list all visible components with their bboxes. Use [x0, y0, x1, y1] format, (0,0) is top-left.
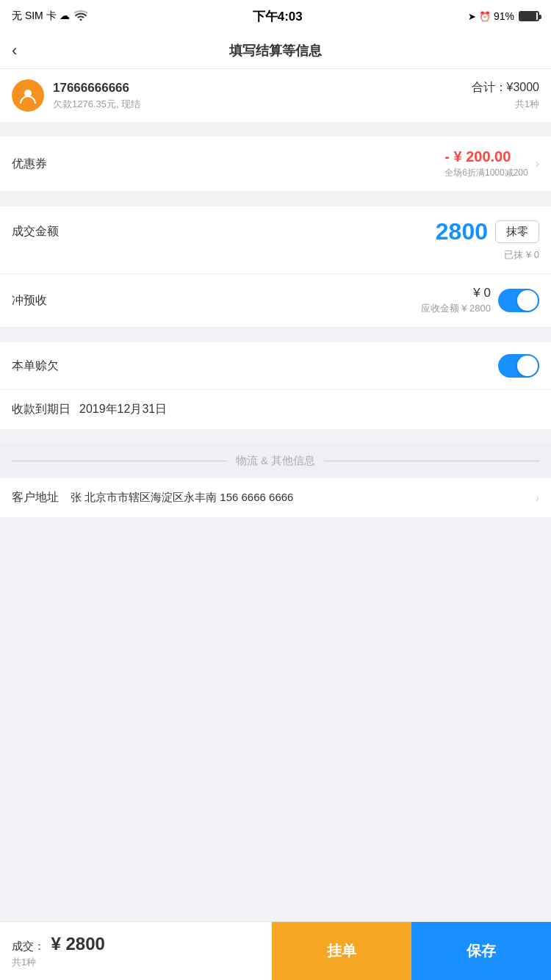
bottom-deal-amount: ¥ 2800: [51, 934, 104, 954]
deal-right: 2800 抹零: [436, 218, 539, 245]
deal-row: 成交金额 2800 抹零: [12, 218, 539, 245]
due-date-section: 收款到期日 2019年12月31日: [0, 389, 551, 429]
bill-credit-toggle-knob: [517, 356, 538, 376]
battery-bar: [519, 11, 539, 21]
due-date-row: 收款到期日 2019年12月31日: [12, 402, 539, 417]
avatar: [12, 79, 44, 112]
customer-phone: 17666666666: [53, 81, 140, 96]
deal-label: 成交金额: [12, 224, 59, 239]
sim-label: 无 SIM 卡 ☁: [12, 10, 70, 23]
bottom-deal-label: 成交： ¥ 2800: [12, 934, 260, 954]
due-value: 2019年12月31日: [79, 402, 167, 417]
back-button[interactable]: ‹: [12, 41, 17, 60]
bill-credit-section: 本单赊欠: [0, 342, 551, 389]
status-left: 无 SIM 卡 ☁: [12, 10, 87, 23]
logistics-line-left: [12, 461, 227, 461]
prepay-right: ¥ 0 应收金额 ¥ 2800: [421, 286, 539, 315]
prepay-section: 冲预收 ¥ 0 应收金额 ¥ 2800: [0, 274, 551, 328]
battery-percent: 91%: [494, 10, 514, 22]
battery-fill: [520, 12, 536, 20]
due-label: 收款到期日: [12, 402, 71, 417]
hang-button[interactable]: 挂单: [272, 922, 411, 981]
customer-card: 17666666666 欠款1276.35元, 现结 合计：¥3000 共1种: [0, 69, 551, 122]
deal-amount-value: 2800: [436, 218, 488, 245]
wifi-icon: [74, 10, 87, 23]
logistics-label: 物流 & 其他信息: [236, 454, 315, 468]
customer-info: 17666666666 欠款1276.35元, 现结: [53, 81, 140, 111]
toggle-knob: [517, 290, 538, 311]
save-button[interactable]: 保存: [411, 922, 551, 981]
divider-1: [0, 129, 551, 137]
customer-right: 合计：¥3000 共1种: [472, 80, 540, 111]
divider-2: [0, 192, 551, 199]
coupon-label: 优惠券: [12, 156, 47, 172]
coupon-amount: - ¥ 200.00: [444, 148, 527, 165]
status-time: 下午4:03: [253, 8, 303, 25]
bottom-summary: 成交： ¥ 2800 共1种: [0, 934, 272, 969]
location-icon: ➤: [468, 11, 476, 22]
logistics-line-right: [324, 461, 539, 461]
round-button[interactable]: 抹零: [495, 220, 539, 243]
status-bar: 无 SIM 卡 ☁ 下午4:03 ➤ ⏰ 91%: [0, 0, 551, 32]
main-content: 17666666666 欠款1276.35元, 现结 合计：¥3000 共1种 …: [0, 69, 551, 702]
customer-total: 合计：¥3000: [472, 80, 540, 96]
customer-count: 共1种: [472, 98, 540, 111]
bill-credit-label: 本单赊欠: [12, 359, 59, 374]
coupon-chevron-icon: ›: [536, 157, 539, 170]
address-section[interactable]: 客户地址 张 北京市市辖区海淀区永丰南 156 6666 6666 ›: [0, 478, 551, 518]
divider-4: [0, 429, 551, 436]
deal-sub: 已抹 ¥ 0: [12, 248, 539, 262]
address-label: 客户地址: [12, 490, 59, 505]
alarm-icon: ⏰: [479, 11, 491, 22]
prepay-toggle[interactable]: [498, 289, 539, 312]
bottom-deal-count: 共1种: [12, 956, 260, 969]
prepay-amount: ¥ 0: [421, 286, 491, 300]
header: ‹ 填写结算等信息: [0, 32, 551, 69]
prepay-sub: 应收金额 ¥ 2800: [421, 302, 491, 315]
logistics-divider: 物流 & 其他信息: [0, 444, 551, 478]
address-value: 张 北京市市辖区海淀区永丰南 156 6666 6666: [71, 491, 530, 505]
page-title: 填写结算等信息: [229, 42, 322, 60]
customer-note: 欠款1276.35元, 现结: [53, 98, 140, 111]
prepay-label: 冲预收: [12, 293, 47, 309]
coupon-row[interactable]: 优惠券 - ¥ 200.00 全场6折满1000减200 ›: [0, 137, 551, 192]
empty-area: [0, 518, 551, 635]
address-chevron-icon: ›: [536, 491, 539, 505]
divider-3: [0, 328, 551, 335]
coupon-desc: 全场6折满1000减200: [444, 167, 527, 179]
bottom-bar: 成交： ¥ 2800 共1种 挂单 保存: [0, 921, 551, 980]
bill-credit-toggle[interactable]: [498, 354, 539, 378]
deal-amount-section: 成交金额 2800 抹零 已抹 ¥ 0: [0, 206, 551, 274]
prepay-amount-block: ¥ 0 应收金额 ¥ 2800: [421, 286, 491, 315]
status-right: ➤ ⏰ 91%: [468, 10, 539, 22]
customer-left: 17666666666 欠款1276.35元, 现结: [12, 79, 140, 112]
